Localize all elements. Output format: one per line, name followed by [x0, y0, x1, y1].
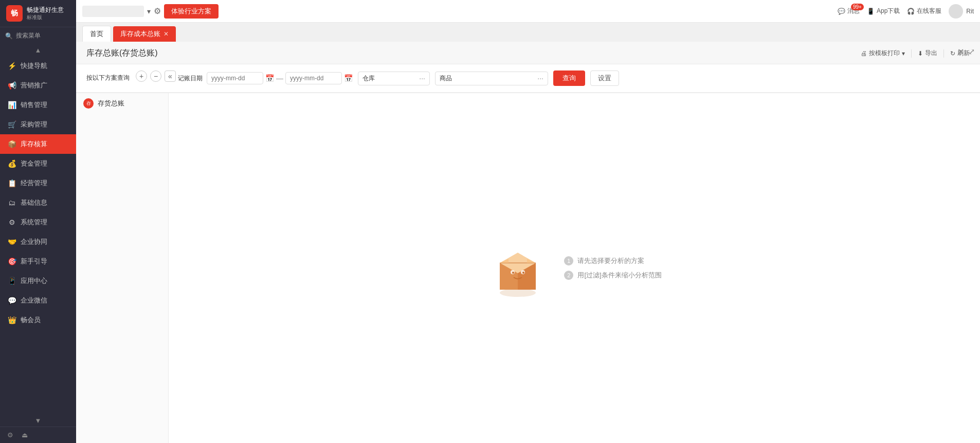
purchase-icon: 🛒 [7, 120, 16, 129]
calendar-to-icon[interactable]: 📅 [344, 74, 353, 82]
hint-number-2: 2 [564, 271, 573, 280]
search-icon: 🔍 [5, 32, 13, 40]
content-area: 库存总账(存货总账) 🖨 按模板打印 ▾ ⬇ 导出 ↻ 刷新 [76, 42, 980, 443]
hint-number-1: 1 [564, 256, 573, 265]
sidebar-item-sales[interactable]: 📊 销售管理 [0, 95, 76, 115]
sidebar-item-enterprise[interactable]: 🤝 企业协同 [0, 232, 76, 252]
sidebar-item-app-center[interactable]: 📱 应用中心 [0, 271, 76, 291]
user-info[interactable]: Rit [949, 4, 974, 19]
sidebar-bottom: ⚙ ⏏ [0, 427, 76, 443]
filter-collapse-button[interactable]: « [165, 70, 176, 82]
sidebar-search[interactable]: 🔍 搜索菜单 [0, 27, 76, 44]
export-button[interactable]: ⬇ 导出 [918, 49, 937, 58]
app-logo-icon: 畅 [6, 5, 23, 22]
scheme-list: 存 存货总账 [76, 93, 169, 443]
filter-remove-button[interactable]: − [150, 70, 161, 82]
divider2 [943, 49, 944, 58]
print-button[interactable]: 🖨 按模板打印 ▾ [861, 49, 905, 58]
scheme-item-inventory-ledger[interactable]: 存 存货总账 [76, 93, 168, 114]
sidebar-item-guide[interactable]: 🎯 新手引导 [0, 252, 76, 271]
divider [911, 49, 912, 58]
basic-icon: 🗂 [7, 198, 16, 207]
empty-state: 1 请先选择要分析的方案 2 用[过滤]条件来缩小分析范围 [169, 93, 980, 443]
window-controls: ✕ ⤢ [957, 47, 975, 57]
sidebar-item-system[interactable]: ⚙ 系统管理 [0, 212, 76, 232]
inventory-icon: 📦 [7, 139, 16, 149]
sidebar-item-finance[interactable]: 💰 资金管理 [0, 154, 76, 173]
sidebar-item-marketing[interactable]: 📢 营销推广 [0, 76, 76, 95]
page-title: 库存总账(存货总账) [86, 48, 158, 59]
filter-controls: 记账日期 📅 — 📅 仓库 ··· 商品 ··· [178, 70, 970, 86]
page-header: 库存总账(存货总账) 🖨 按模板打印 ▾ ⬇ 导出 ↻ 刷新 [76, 42, 980, 64]
filter-area: 按以下方案查询 + − « 记账日期 📅 — 📅 [76, 64, 980, 93]
sidebar-item-basic[interactable]: 🗂 基础信息 [0, 193, 76, 212]
app-download-area[interactable]: 📱 App下载 [867, 7, 900, 15]
sidebar-item-quick-nav[interactable]: ⚡ 快捷导航 [0, 56, 76, 76]
date-range-group: 记账日期 📅 — 📅 [178, 72, 353, 84]
avatar [949, 4, 963, 19]
sidebar-item-purchase[interactable]: 🛒 采购管理 [0, 115, 76, 134]
sidebar-scroll-down[interactable]: ▼ [0, 415, 76, 427]
empty-illustration [487, 237, 549, 299]
topbar-nav-area: ▾ ⚙ 体验行业方案 [82, 4, 833, 19]
sidebar-logo: 畅 畅捷通好生意 标准版 [0, 0, 76, 27]
marketing-icon: 📢 [7, 81, 16, 90]
sidebar-scroll-up[interactable]: ▲ [0, 44, 76, 56]
calendar-from-icon[interactable]: 📅 [265, 74, 274, 82]
sidebar-item-inventory[interactable]: 📦 库存核算 [0, 134, 76, 154]
expand-icon[interactable]: ▾ [147, 7, 151, 15]
system-icon: ⚙ [7, 218, 16, 227]
empty-hint-2: 2 用[过滤]条件来缩小分析范围 [564, 271, 661, 280]
app-center-icon: 📱 [7, 276, 16, 286]
sidebar: 畅 畅捷通好生意 标准版 🔍 搜索菜单 ▲ ⚡ 快捷导航 📢 营销推广 📊 销售… [0, 0, 76, 443]
user-name: Rit [966, 8, 974, 15]
goods-more-icon: ··· [537, 74, 543, 82]
date-from-input[interactable] [207, 72, 263, 84]
operation-icon: 📋 [7, 179, 16, 188]
scheme-item-label: 存货总账 [98, 99, 124, 108]
date-separator: — [276, 74, 283, 82]
industry-solution-button[interactable]: 体验行业方案 [164, 4, 219, 19]
print-icon: 🖨 [861, 50, 867, 57]
filter-add-button[interactable]: + [136, 70, 147, 82]
refresh-icon: ↻ [950, 50, 955, 57]
message-area[interactable]: 💬 消息 99+ [838, 7, 860, 15]
headset-icon: 🎧 [907, 8, 915, 15]
online-service-area[interactable]: 🎧 在线客服 [907, 7, 941, 15]
body-area: 存 存货总账 [76, 93, 980, 443]
tab-home[interactable]: 首页 [82, 26, 111, 42]
sidebar-nav: ⚡ 快捷导航 📢 营销推广 📊 销售管理 🛒 采购管理 📦 库存核算 💰 资金管… [0, 56, 76, 415]
topbar: ▾ ⚙ 体验行业方案 💬 消息 99+ 📱 App下载 🎧 在线客服 Rit [76, 0, 980, 23]
sidebar-item-wechat[interactable]: 💬 企业微信 [0, 291, 76, 310]
sidebar-item-member[interactable]: 👑 畅会员 [0, 310, 76, 330]
phone-icon: 📱 [867, 8, 875, 15]
warehouse-label: 仓库 [362, 74, 375, 83]
settings-button[interactable]: 设置 [590, 70, 619, 86]
svg-point-0 [500, 289, 536, 297]
expand-window-icon[interactable]: ⤢ [968, 47, 975, 57]
sidebar-toggle-icon[interactable]: ⏏ [22, 431, 28, 439]
svg-point-10 [512, 272, 514, 274]
main-area: ▾ ⚙ 体验行业方案 💬 消息 99+ 📱 App下载 🎧 在线客服 Rit [76, 0, 980, 443]
sidebar-settings-icon[interactable]: ⚙ [7, 431, 13, 439]
topbar-user-placeholder [82, 6, 144, 17]
topbar-settings-icon[interactable]: ⚙ [154, 6, 161, 16]
finance-icon: 💰 [7, 159, 16, 168]
message-icon: 💬 [838, 8, 845, 15]
close-window-icon[interactable]: ✕ [957, 47, 964, 57]
member-icon: 👑 [7, 315, 16, 325]
enterprise-icon: 🤝 [7, 237, 16, 246]
sales-icon: 📊 [7, 100, 16, 110]
date-to-input[interactable] [285, 72, 342, 84]
guide-icon: 🎯 [7, 257, 16, 266]
goods-select[interactable]: 商品 ··· [435, 72, 548, 85]
tab-inventory-cost[interactable]: 库存成本总账 ✕ [113, 26, 176, 42]
tab-close-icon[interactable]: ✕ [164, 30, 169, 38]
sidebar-item-operation[interactable]: 📋 经营管理 [0, 173, 76, 193]
svg-point-11 [522, 272, 524, 274]
query-button[interactable]: 查询 [553, 70, 585, 86]
wechat-icon: 💬 [7, 296, 16, 305]
warehouse-select[interactable]: 仓库 ··· [358, 72, 430, 85]
print-dropdown-icon: ▾ [902, 50, 905, 57]
tabs-bar: 首页 库存成本总账 ✕ [76, 23, 980, 42]
